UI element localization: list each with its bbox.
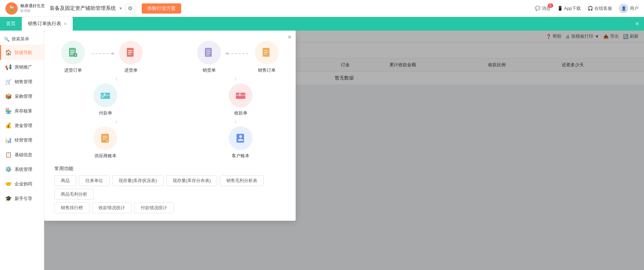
search-menu-item[interactable]: 🔍 搜索菜单 [0, 33, 44, 45]
common-buttons-row1: 商品 往来单位 现存量(库存状况表) 现存量(库存分布表) 销售毛利分析表 商品… [54, 175, 285, 200]
flow-node-supplier-account[interactable]: 账 供应商账本 [87, 126, 124, 159]
gear-button[interactable]: ⚙ [125, 4, 135, 13]
common-functions-section: 常用功能 商品 往来单位 现存量(库存状况表) 现存量(库存分布表) 销售毛利分… [54, 160, 285, 217]
tab-sales-order[interactable]: 销售订单执行表 × [22, 17, 73, 31]
service-button[interactable]: 🎧 在线客服 [588, 5, 612, 12]
supplier-account-icon: 账 [93, 126, 117, 150]
phone-icon: 📱 [557, 6, 563, 11]
sales-order-icon [255, 41, 279, 65]
svg-point-34 [239, 135, 242, 138]
sidebar-item-enterprise-label: 企业协同 [15, 181, 32, 187]
sidebar-item-beginner-label: 新手引导 [15, 196, 32, 202]
beginner-icon: 🎓 [5, 195, 12, 202]
home-sidebar-icon: 🏠 [5, 49, 12, 56]
sidebar: 🔍 搜索菜单 🏠 快捷导航 📢 营销推广 🛒 销售管理 📦 采购管理 🏪 库存核… [0, 31, 44, 270]
common-btn-sales-ranking[interactable]: 销售排行榜 [54, 202, 89, 213]
operations-icon: 📊 [5, 137, 12, 143]
sidebar-item-quick[interactable]: 🏠 快捷导航 [0, 45, 44, 60]
user-button[interactable]: 👤 用户 [619, 4, 639, 13]
content-area: ❓ 帮助 🖨 按模板打印 ▼ 📤 导出 🔄 刷新 yyyy-mm-dd 📅 [44, 31, 644, 270]
message-badge: 5 [548, 3, 553, 8]
receipt-label: 收款单 [234, 110, 247, 116]
payment-label: 付款单 [99, 110, 112, 116]
flow-node-sales-order[interactable]: 销售订单 [248, 41, 285, 73]
popup-close-button[interactable]: × [288, 33, 292, 41]
flow-node-purchase[interactable]: 进货单 [112, 41, 150, 73]
svg-text:¥: ¥ [239, 93, 241, 96]
app-download-button[interactable]: 📱 App下载 [557, 5, 581, 12]
common-btn-partner[interactable]: 往来单位 [79, 175, 109, 186]
logo-text: 畅康通好生意 [20, 3, 45, 9]
avatar: 👤 [619, 4, 628, 13]
message-button[interactable]: 💬 消息 5 [535, 5, 551, 12]
down-arrow-purchase: ↓ [115, 75, 118, 82]
sidebar-item-purchase-label: 采购管理 [15, 93, 32, 100]
svg-rect-11 [205, 48, 212, 57]
common-btn-product[interactable]: 商品 [54, 175, 76, 186]
customer-account-icon [229, 126, 253, 150]
sidebar-item-system[interactable]: ⚙️ 系统管理 [0, 162, 44, 177]
down-arrow-receipt: ↓ [234, 118, 237, 124]
sidebar-item-finance-label: 资金管理 [15, 123, 32, 129]
flow-node-customer-account[interactable]: 客户账本 [222, 126, 259, 159]
flow-node-receipt[interactable]: ¥ 收款单 [222, 84, 259, 116]
popup-content: 进货订单 [44, 31, 296, 221]
svg-rect-22 [102, 96, 104, 97]
sales-icon: 🛒 [5, 78, 12, 85]
purchase-order-icon [61, 41, 85, 65]
common-functions-title: 常用功能 [54, 166, 285, 172]
basic-icon: 📋 [5, 151, 12, 158]
purchase-icon: 📦 [5, 93, 12, 100]
trial-button[interactable]: 体验行业方案 [142, 3, 181, 14]
logo-area: 🍃 畅康通好生意 标准版 [5, 2, 50, 15]
svg-text:¥: ¥ [104, 93, 106, 96]
svg-rect-33 [237, 134, 244, 143]
payment-icon: ¥ [93, 84, 117, 107]
common-btn-product-gross[interactable]: 商品毛利分析 [54, 189, 94, 200]
tab-close-icon[interactable]: × [64, 21, 67, 26]
tab-home[interactable]: 首页 [0, 17, 22, 31]
service-label: 在线客服 [594, 5, 612, 12]
search-icon: 🔍 [4, 37, 10, 42]
finance-icon: 💰 [5, 122, 12, 129]
flow-node-sales-order2[interactable]: 销货单 [190, 41, 228, 73]
arrow-purchase-order-to-purchase [92, 53, 112, 61]
svg-text:账: 账 [106, 140, 108, 143]
receipt-icon: ¥ [229, 84, 253, 107]
sidebar-item-enterprise[interactable]: 🤝 企业协同 [0, 177, 44, 191]
sidebar-item-inventory[interactable]: 🏪 库存核算 [0, 104, 44, 118]
sidebar-item-sales-label: 销售管理 [15, 79, 32, 85]
common-btn-stock-status[interactable]: 现存量(库存状况表) [112, 175, 163, 186]
overlay: × [44, 31, 644, 270]
sidebar-item-marketing[interactable]: 📢 营销推广 [0, 60, 44, 74]
tab-label: 销售订单执行表 [28, 21, 61, 27]
sidebar-item-sales[interactable]: 🛒 销售管理 [0, 74, 44, 89]
sidebar-item-beginner[interactable]: 🎓 新手引导 [0, 191, 44, 206]
system-title-text: 装备及固定资产辅助管理系统 [50, 5, 116, 12]
sidebar-item-basic[interactable]: 📋 基础信息 [0, 147, 44, 162]
sidebar-item-operations[interactable]: 📊 经营管理 [0, 133, 44, 147]
common-btn-payment-stats[interactable]: 付款情况统计 [134, 202, 174, 213]
inventory-icon: 🏪 [5, 108, 12, 114]
search-label: 搜索菜单 [12, 36, 29, 42]
user-label: 用户 [630, 5, 639, 12]
common-btn-stock-distribution[interactable]: 现存量(库存分布表) [166, 175, 217, 186]
headset-icon: 🎧 [588, 6, 593, 11]
flow-node-purchase-order[interactable]: 进货订单 [54, 41, 92, 73]
sidebar-item-marketing-label: 营销推广 [15, 64, 32, 70]
common-btn-sales-analysis[interactable]: 销售毛利分析表 [220, 175, 264, 186]
home-label: 首页 [6, 21, 16, 27]
common-btn-receipt-stats[interactable]: 收款情况统计 [92, 202, 132, 213]
sidebar-item-finance[interactable]: 💰 资金管理 [0, 118, 44, 133]
nav-tabs: 首页 销售订单执行表 × × [0, 17, 644, 31]
sidebar-item-purchase[interactable]: 📦 采购管理 [0, 89, 44, 104]
main-layout: 🔍 搜索菜单 🏠 快捷导航 📢 营销推广 🛒 销售管理 📦 采购管理 🏪 库存核… [0, 31, 644, 270]
sidebar-item-operations-label: 经营管理 [15, 137, 32, 143]
purchase-order-label: 进货订单 [64, 67, 82, 73]
down-arrow-payment: ↓ [115, 118, 118, 124]
flow-node-payment[interactable]: ¥ 付款单 [87, 84, 124, 116]
dropdown-arrow-icon[interactable]: ▼ [119, 6, 123, 11]
close-all-tabs-button[interactable]: × [630, 17, 644, 31]
sales-order2-label: 销货单 [203, 67, 216, 73]
sales-order2-icon [197, 41, 221, 65]
